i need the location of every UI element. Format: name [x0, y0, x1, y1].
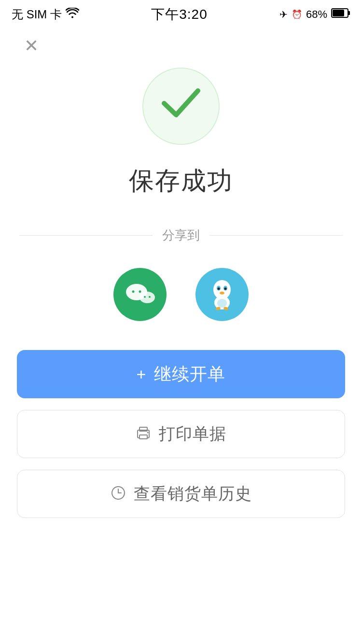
svg-point-4: [139, 292, 155, 303]
wechat-share-button[interactable]: [113, 268, 167, 321]
svg-point-16: [217, 299, 227, 308]
wechat-icon: [125, 281, 156, 308]
svg-point-8: [149, 296, 151, 298]
close-button[interactable]: ✕: [19, 34, 43, 58]
share-divider: 分享到: [19, 227, 343, 244]
continue-order-button[interactable]: + 继续开单: [17, 350, 345, 398]
share-section: 分享到: [0, 227, 362, 321]
share-label: 分享到: [162, 227, 200, 244]
status-bar: 无 SIM 卡 下午3:20 ✈ ⏰ 68%: [0, 0, 362, 29]
svg-point-5: [132, 290, 134, 293]
history-icon: [111, 485, 126, 503]
wifi-icon: [66, 8, 79, 21]
plus-icon: +: [137, 366, 147, 382]
svg-point-7: [144, 296, 146, 298]
history-button[interactable]: 查看销货单历史: [17, 470, 345, 518]
qq-share-button[interactable]: [195, 268, 249, 321]
qq-icon: [208, 278, 237, 311]
print-icon: [136, 425, 151, 443]
svg-point-11: [218, 288, 220, 290]
svg-rect-1: [348, 11, 350, 15]
print-button[interactable]: 打印单据: [17, 410, 345, 458]
success-title: 保存成功: [129, 164, 233, 198]
status-right: ✈ ⏰ 68%: [279, 8, 350, 21]
share-icons: [19, 268, 343, 321]
success-circle: [142, 68, 220, 145]
divider-left: [19, 235, 153, 236]
print-label: 打印单据: [159, 423, 226, 445]
svg-point-13: [224, 288, 227, 290]
svg-point-6: [139, 290, 141, 293]
continue-order-label: 继续开单: [154, 363, 225, 386]
checkmark-icon: [159, 85, 203, 127]
svg-point-22: [147, 432, 149, 433]
svg-rect-21: [139, 435, 147, 439]
svg-point-14: [220, 292, 224, 294]
main-content: 保存成功 分享到: [0, 29, 362, 518]
location-icon: ✈: [279, 9, 288, 20]
status-time: 下午3:20: [151, 5, 208, 24]
status-left: 无 SIM 卡: [12, 7, 79, 22]
svg-rect-2: [333, 10, 344, 16]
battery-icon: [331, 8, 350, 21]
action-buttons: + 继续开单 打印单据 查看销货单历史: [17, 350, 345, 518]
close-icon: ✕: [24, 37, 39, 55]
divider-right: [209, 235, 343, 236]
history-label: 查看销货单历史: [134, 483, 252, 505]
alarm-icon: ⏰: [292, 9, 302, 20]
sim-text: 无 SIM 卡: [12, 7, 62, 22]
battery-percent: 68%: [306, 8, 327, 21]
